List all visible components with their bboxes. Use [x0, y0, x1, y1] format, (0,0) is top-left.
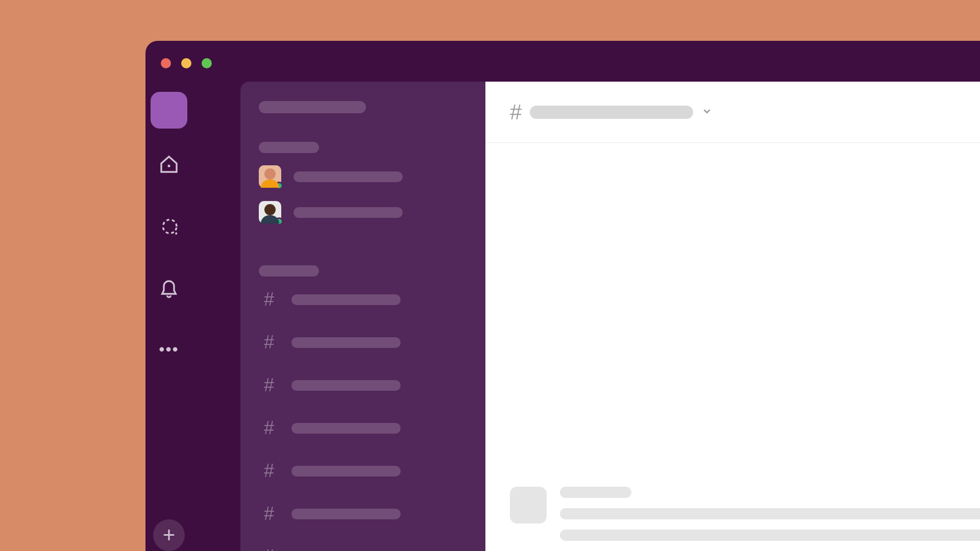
message-area	[510, 487, 980, 551]
dm-name-placeholder	[293, 171, 403, 182]
workspace-name-placeholder[interactable]	[259, 101, 366, 113]
avatar	[259, 201, 281, 223]
sidebar: # # # # # # #	[240, 82, 485, 551]
app-window: ••• + # #	[145, 41, 980, 551]
dm-name-placeholder	[293, 207, 403, 218]
more-icon[interactable]: •••	[159, 341, 179, 357]
avatar-placeholder[interactable]	[510, 487, 547, 523]
hash-icon: #	[259, 374, 279, 396]
dm-item[interactable]	[259, 165, 467, 188]
channels-section-header-placeholder[interactable]	[259, 265, 319, 277]
channel-item[interactable]: #	[259, 374, 467, 396]
channel-name-placeholder	[291, 466, 401, 477]
chevron-down-icon[interactable]	[701, 106, 713, 119]
hash-icon: #	[510, 100, 522, 124]
channel-item[interactable]: #	[259, 417, 467, 439]
hash-icon: #	[259, 503, 279, 524]
author-name-placeholder	[560, 487, 631, 498]
main-content: #	[485, 82, 980, 551]
channel-item[interactable]: #	[259, 503, 467, 524]
plus-icon: +	[163, 523, 176, 547]
message-line-placeholder	[560, 530, 980, 541]
dm-item[interactable]	[259, 201, 467, 223]
workspace-switcher[interactable]	[151, 92, 187, 129]
channel-item[interactable]: #	[259, 546, 467, 551]
dms-icon[interactable]	[159, 216, 179, 237]
channel-item[interactable]: #	[259, 289, 467, 310]
hash-icon: #	[259, 417, 279, 439]
channel-name-placeholder	[291, 294, 401, 305]
channel-name-placeholder[interactable]	[530, 106, 693, 119]
hash-icon: #	[259, 460, 279, 482]
channel-name-placeholder	[291, 423, 401, 434]
channel-item[interactable]: #	[259, 460, 467, 482]
channel-name-placeholder	[291, 337, 401, 348]
channel-name-placeholder	[291, 380, 401, 391]
channel-name-placeholder	[291, 509, 401, 519]
maximize-button[interactable]	[202, 58, 212, 68]
traffic-lights	[161, 58, 212, 68]
message-item	[510, 487, 980, 551]
message-line-placeholder	[560, 508, 980, 519]
nav-rail: ••• +	[145, 82, 192, 551]
presence-indicator	[275, 182, 283, 190]
message-content	[560, 487, 980, 551]
add-button[interactable]: +	[153, 519, 185, 551]
presence-indicator	[275, 217, 283, 226]
channel-header: #	[485, 82, 980, 143]
minimize-button[interactable]	[181, 58, 191, 68]
svg-point-0	[168, 165, 170, 167]
hash-icon: #	[259, 332, 279, 353]
avatar	[259, 165, 281, 188]
dm-section-header-placeholder[interactable]	[259, 142, 319, 153]
hash-icon: #	[259, 289, 279, 310]
activity-icon[interactable]	[159, 279, 179, 299]
home-icon[interactable]	[159, 154, 179, 174]
hash-icon: #	[259, 546, 279, 551]
channel-item[interactable]: #	[259, 332, 467, 353]
close-button[interactable]	[161, 58, 171, 68]
